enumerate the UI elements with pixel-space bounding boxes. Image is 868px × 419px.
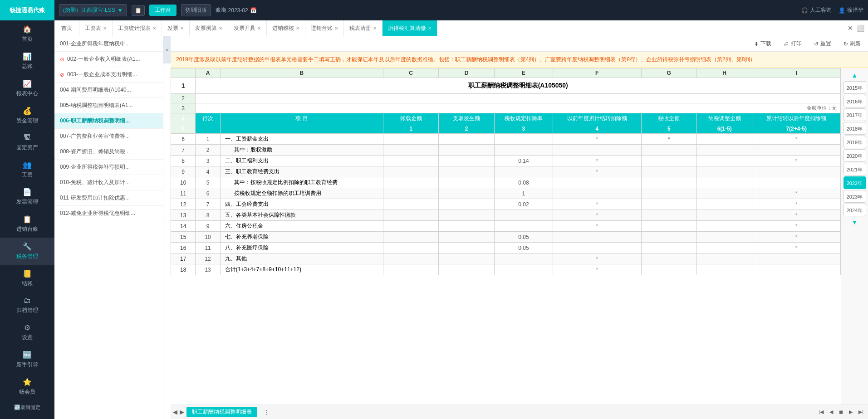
- cell-e[interactable]: 0.05: [494, 243, 553, 253]
- row-item[interactable]: 合计(1+3+4+7+8+9+10+11+12): [220, 264, 383, 275]
- cell-h[interactable]: [696, 177, 752, 188]
- cell-c[interactable]: [383, 156, 438, 166]
- list-item-006[interactable]: 006-职工薪酬纳税调整明细...: [54, 113, 163, 129]
- tab-close-icon[interactable]: ✕: [180, 26, 184, 31]
- tab-close-icon[interactable]: ✕: [152, 26, 156, 31]
- cell-d[interactable]: [439, 177, 494, 188]
- cell-e[interactable]: [494, 210, 553, 221]
- tab-purchase-ledger[interactable]: 进销台账 ✕: [305, 20, 344, 36]
- cell-e[interactable]: 0.08: [494, 177, 553, 188]
- cell-e[interactable]: [494, 253, 553, 264]
- row-item[interactable]: 九、其他: [220, 253, 383, 264]
- list-item-001[interactable]: 001-企业所得税年度纳税申...: [54, 36, 163, 52]
- tab-close-icon[interactable]: ✕: [296, 26, 299, 31]
- sidebar-item-salary[interactable]: 👥 工资: [0, 156, 54, 183]
- cell-h[interactable]: [696, 221, 752, 232]
- scroll-right-button[interactable]: ▶: [180, 409, 184, 415]
- sidebar-item-settings[interactable]: ⚙ 设置: [0, 319, 54, 346]
- cell-c[interactable]: [383, 188, 438, 199]
- tab-close-icon[interactable]: ✕: [103, 26, 107, 31]
- sidebar-item-invoice[interactable]: 📄 发票管理: [0, 183, 54, 210]
- sidebar-item-report[interactable]: 📈 报表中心: [0, 75, 54, 102]
- year-2023[interactable]: 2023年: [843, 190, 866, 203]
- cell-g[interactable]: [641, 253, 696, 264]
- tab-tax-list[interactable]: 税表清册 ✕: [344, 20, 383, 36]
- download-button[interactable]: ⬇ 下载: [751, 39, 774, 49]
- tab-invoice[interactable]: 发票 ✕: [162, 20, 190, 36]
- row-item[interactable]: 八、补充医疗保险: [220, 243, 383, 253]
- cell-h[interactable]: [696, 253, 752, 264]
- cell-g[interactable]: [641, 188, 696, 199]
- cell-e[interactable]: [494, 221, 553, 232]
- list-item-003[interactable]: ⊘ 003-一般企业成本支出明细...: [54, 67, 163, 83]
- cell-c[interactable]: [383, 253, 438, 264]
- sheet-more-button[interactable]: ⋮: [260, 409, 273, 416]
- sidebar-item-close[interactable]: 📒 结账: [0, 265, 54, 292]
- sidebar-item-fund[interactable]: 💰 资金管理: [0, 102, 54, 129]
- cancel-fixed[interactable]: ↩️取消固定: [0, 400, 54, 414]
- print-button[interactable]: 🖨 打印: [781, 39, 804, 49]
- cell-d[interactable]: [439, 199, 494, 210]
- cell-d[interactable]: [439, 188, 494, 199]
- year-nav-up[interactable]: ▲: [850, 70, 859, 80]
- sidebar-item-archive[interactable]: 🗂 归档管理: [0, 292, 54, 319]
- sidebar-item-guide[interactable]: 🆕 新手引导: [0, 346, 54, 373]
- cell-g[interactable]: [641, 232, 696, 243]
- support-button[interactable]: 🎧 人工客询: [801, 6, 832, 14]
- copy-button[interactable]: 📋: [132, 5, 145, 16]
- cell-d[interactable]: [439, 253, 494, 264]
- tab-close-icon[interactable]: ✕: [334, 26, 338, 31]
- old-version-button[interactable]: 切到旧版: [181, 4, 211, 16]
- cell-c[interactable]: [383, 232, 438, 243]
- cell-d[interactable]: [439, 264, 494, 275]
- year-2022[interactable]: 2022年: [843, 176, 866, 189]
- cell-d[interactable]: [439, 156, 494, 166]
- row-item[interactable]: 一、工资薪金支出: [220, 134, 383, 145]
- cell-e[interactable]: 0.02: [494, 199, 553, 210]
- cell-h[interactable]: [696, 166, 752, 177]
- year-2015[interactable]: 2015年: [843, 81, 866, 94]
- year-2020[interactable]: 2020年: [843, 149, 866, 162]
- list-item-011[interactable]: 011-研发费用加计扣除优惠...: [54, 190, 163, 206]
- user-avatar[interactable]: 👤 徐泽华: [839, 6, 863, 14]
- cell-c[interactable]: [383, 221, 438, 232]
- scroll-start[interactable]: |◀: [816, 408, 826, 416]
- list-item-012[interactable]: 012-减免企业所得税优惠明细...: [54, 206, 163, 221]
- cell-h[interactable]: [696, 156, 752, 166]
- cell-c[interactable]: [383, 264, 438, 275]
- tab-salary-table[interactable]: 工资表 ✕: [79, 20, 113, 36]
- cell-h[interactable]: [696, 232, 752, 243]
- cell-c[interactable]: [383, 199, 438, 210]
- cell-g[interactable]: [641, 145, 696, 156]
- cell-c[interactable]: [383, 166, 438, 177]
- tab-invoice-open[interactable]: 发票开具 ✕: [228, 20, 267, 36]
- cell-g[interactable]: [641, 156, 696, 166]
- sidebar-item-home[interactable]: 🏠 首页: [0, 20, 54, 48]
- cell-g[interactable]: [641, 210, 696, 221]
- sidebar-item-tax[interactable]: 🔧 税务管理: [0, 238, 54, 265]
- cell-d[interactable]: [439, 221, 494, 232]
- year-2019[interactable]: 2019年: [843, 136, 866, 148]
- year-2016[interactable]: 2016年: [843, 95, 866, 107]
- cell-c[interactable]: [383, 210, 438, 221]
- tab-close-icon[interactable]: ✕: [373, 26, 377, 31]
- cell-g[interactable]: [641, 243, 696, 253]
- scroll-fwd[interactable]: ▶: [847, 408, 855, 416]
- cell-d[interactable]: [439, 210, 494, 221]
- row-item[interactable]: 六、住房公积金: [220, 221, 383, 232]
- work-bench-button[interactable]: 工作台: [149, 5, 177, 16]
- tab-purchase-check[interactable]: 进销稽核 ✕: [267, 20, 305, 36]
- cell-g[interactable]: [641, 221, 696, 232]
- sidebar-item-sales[interactable]: 📋 进销台账: [0, 210, 54, 238]
- tab-close-icon[interactable]: ✕: [428, 26, 432, 31]
- cell-d[interactable]: [439, 134, 494, 145]
- cell-h[interactable]: [696, 145, 752, 156]
- year-2021[interactable]: 2021年: [843, 163, 866, 175]
- list-item-004[interactable]: 004-期间费用明细表(A1040...: [54, 83, 163, 98]
- cell-d[interactable]: [439, 145, 494, 156]
- cell-c[interactable]: [383, 134, 438, 145]
- year-nav-down[interactable]: ▼: [850, 217, 859, 227]
- cell-h[interactable]: [696, 264, 752, 275]
- cell-c[interactable]: [383, 243, 438, 253]
- cell-e[interactable]: 0.14: [494, 156, 553, 166]
